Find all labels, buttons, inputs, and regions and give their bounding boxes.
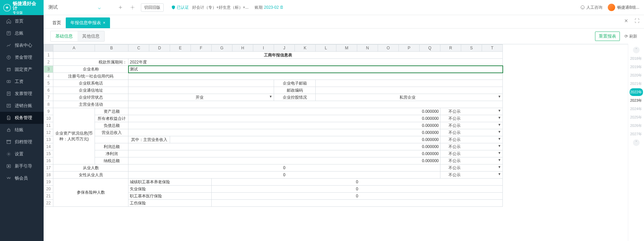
row-header[interactable]: 20: [44, 186, 53, 193]
col-header[interactable]: C: [128, 45, 149, 52]
spreadsheet[interactable]: A B C D E F G H I J K L M: [44, 44, 503, 207]
year-item[interactable]: 2027年: [630, 130, 643, 138]
col-header[interactable]: S: [461, 45, 482, 52]
sidebar-item-closing[interactable]: 结账: [0, 124, 44, 136]
cell-label[interactable]: 失业保险: [128, 186, 212, 193]
row-header[interactable]: 1: [44, 52, 53, 59]
col-header[interactable]: D: [149, 45, 170, 52]
cell-label[interactable]: 净利润: [95, 150, 128, 157]
sidebar-item-home[interactable]: 首页: [0, 15, 44, 27]
row-header[interactable]: 14: [44, 143, 53, 150]
sidebar-item-ledger[interactable]: 总账: [0, 27, 44, 39]
col-header[interactable]: R: [440, 45, 461, 52]
cell-group[interactable]: 参保各险种人数: [53, 179, 128, 207]
col-header[interactable]: Q: [420, 45, 440, 52]
dropdown-cell[interactable]: 私营企业▼: [316, 94, 503, 101]
dropdown-cell[interactable]: 不公示▼: [440, 108, 503, 115]
cell-value[interactable]: 0.000000: [128, 143, 440, 150]
cell-label[interactable]: 其中：主营业务收入: [128, 136, 170, 143]
cell-value[interactable]: [128, 73, 503, 80]
col-header[interactable]: K: [295, 45, 316, 52]
cell-label[interactable]: 企业电子邮箱: [274, 80, 316, 87]
refresh-button[interactable]: ⟳刷新: [625, 34, 637, 39]
year-item[interactable]: 2018年: [630, 55, 643, 62]
row-header[interactable]: 21: [44, 193, 53, 200]
reset-report-button[interactable]: 重置报表: [595, 32, 620, 41]
col-header[interactable]: P: [399, 45, 420, 52]
cell-value[interactable]: 0: [128, 164, 440, 172]
cell-label[interactable]: 资产总额: [95, 108, 128, 115]
cell-label[interactable]: 纳税总额: [95, 157, 128, 164]
cell-value[interactable]: 0.000000: [128, 157, 440, 164]
calendar-icon[interactable]: 🗓: [280, 5, 284, 10]
dropdown-cell[interactable]: 不公示▼: [440, 150, 503, 157]
cell-label[interactable]: 企业联系电话: [53, 80, 128, 87]
col-header[interactable]: M: [336, 45, 357, 52]
subtab-basic[interactable]: 基础信息: [51, 31, 77, 41]
row-header[interactable]: 11: [44, 122, 53, 129]
dropdown-cell[interactable]: 不公示▼: [440, 172, 503, 179]
cell-label[interactable]: 企业名称: [53, 66, 128, 73]
dropdown-cell[interactable]: 不公示▼: [440, 143, 503, 150]
row-header[interactable]: 22: [44, 200, 53, 207]
col-header[interactable]: T: [482, 45, 503, 52]
cell-label[interactable]: 女性从业人员: [53, 172, 128, 179]
cell-label[interactable]: 邮政编码: [274, 87, 316, 94]
cell-label[interactable]: 企业通信地址: [53, 87, 128, 94]
sidebar-item-archive[interactable]: 归档管理: [0, 136, 44, 148]
col-header[interactable]: F: [191, 45, 212, 52]
year-item[interactable]: 2025年: [630, 113, 643, 121]
close-icon[interactable]: ×: [103, 20, 105, 25]
dropdown-cell[interactable]: 开业▼: [128, 94, 274, 101]
row-header[interactable]: 6: [44, 87, 53, 94]
sidebar-item-reports[interactable]: 报表中心: [0, 39, 44, 51]
cell-label[interactable]: 从业人数: [53, 164, 128, 172]
row-header[interactable]: 8: [44, 101, 53, 108]
tab-annual-report[interactable]: 年报信息申报表×: [66, 17, 110, 28]
cell-group[interactable]: 企业资产状况信息(币种：人民币万元): [53, 108, 95, 164]
sidebar-item-funds[interactable]: 资金管理: [0, 51, 44, 63]
year-item[interactable]: 2024年: [630, 105, 643, 113]
cell-value[interactable]: [128, 87, 274, 94]
sheet-title[interactable]: 工商年报信息表: [53, 52, 503, 59]
period-value[interactable]: 2023-02: [264, 5, 279, 10]
year-item[interactable]: 2026年: [630, 122, 643, 130]
cell-value[interactable]: 0.000000: [128, 108, 440, 115]
cell-label[interactable]: 利润总额: [95, 143, 128, 150]
cell-label[interactable]: 负债总额: [95, 122, 128, 129]
dropdown-cell[interactable]: 不公示▼: [440, 115, 503, 122]
year-item[interactable]: 2019年: [630, 63, 643, 71]
cell-value[interactable]: 0: [212, 193, 503, 200]
sidebar-item-salary[interactable]: 工资: [0, 76, 44, 88]
dropdown-cell[interactable]: 不公示▼: [440, 136, 503, 143]
cell-value[interactable]: 0.000000: [128, 150, 440, 157]
cell-label[interactable]: 城镇职工基本养老保险: [128, 179, 212, 186]
switch-old-button[interactable]: 切回旧版: [141, 3, 164, 12]
col-header[interactable]: I: [253, 45, 274, 52]
year-item-active[interactable]: 2022年: [630, 88, 643, 96]
cell-value[interactable]: [316, 87, 503, 94]
dropdown-cell[interactable]: 不公示▼: [440, 122, 503, 129]
cell-value[interactable]: 0: [212, 186, 503, 193]
support-link[interactable]: 人工咨询: [580, 5, 602, 10]
row-header[interactable]: 7: [44, 94, 53, 101]
col-header[interactable]: H: [232, 45, 253, 52]
year-item[interactable]: 2020年: [630, 71, 643, 79]
year-prev-icon[interactable]: ˄: [633, 47, 640, 53]
sidebar-item-fixed-assets[interactable]: 固定资产: [0, 63, 44, 76]
row-header[interactable]: 12: [44, 129, 53, 136]
year-item[interactable]: 2023年: [630, 97, 643, 104]
col-header[interactable]: G: [212, 45, 232, 52]
cell-label[interactable]: 营业总收入: [95, 129, 128, 136]
cell-label[interactable]: 税款所属期间：: [53, 59, 128, 66]
year-next-icon[interactable]: ˅: [633, 139, 640, 146]
tab-close-all-icon[interactable]: ✕: [623, 17, 630, 25]
dropdown-cell[interactable]: 不公示▼: [440, 164, 503, 172]
corner-cell[interactable]: [44, 45, 53, 52]
cell-value[interactable]: 0: [212, 179, 503, 186]
col-header[interactable]: A: [53, 45, 95, 52]
row-header[interactable]: 9: [44, 108, 53, 115]
row-header[interactable]: 4: [44, 73, 53, 80]
col-header[interactable]: J: [274, 45, 295, 52]
subtab-other[interactable]: 其他信息: [77, 31, 104, 41]
